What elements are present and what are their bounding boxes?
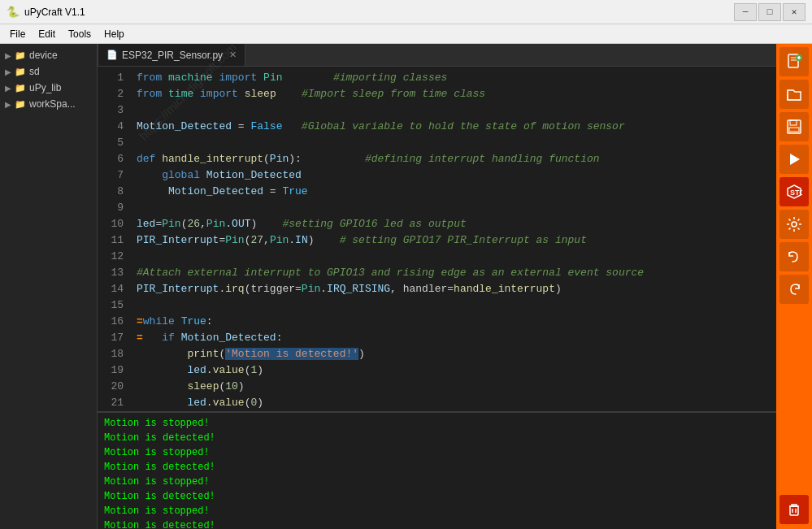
- terminal-line: Motion is detected!: [104, 431, 770, 445]
- editor-area: https://microdigisoft.com 📄 ESP32_PIR_Se…: [98, 44, 776, 529]
- arrow-icon: ▶: [5, 100, 11, 109]
- right-toolbar: STOP: [776, 44, 812, 529]
- svg-marker-9: [790, 154, 800, 165]
- terminal-line: Motion is stopped!: [104, 504, 770, 518]
- sidebar-item-label: sd: [29, 66, 40, 77]
- menu-file[interactable]: File: [3, 27, 32, 41]
- sidebar-item-sd[interactable]: ▶ 📁 sd: [0, 63, 97, 80]
- svg-text:STOP: STOP: [790, 189, 802, 197]
- open-file-button[interactable]: [779, 80, 809, 109]
- arrow-icon: ▶: [5, 51, 11, 60]
- title-bar: 🐍 uPyCraft V1.1 ─ □ ✕: [0, 0, 812, 24]
- menu-help[interactable]: Help: [98, 27, 131, 41]
- menu-edit[interactable]: Edit: [32, 27, 62, 41]
- save-file-button[interactable]: [779, 112, 809, 141]
- folder-icon: 📁: [15, 99, 26, 110]
- terminal-line: Motion is stopped!: [104, 475, 770, 489]
- code-editor[interactable]: 1 2 3 4 5 6 7 8 9 10 11 12 13 14 15 16 1: [98, 67, 776, 411]
- code-content[interactable]: from machine import Pin #importing class…: [130, 67, 776, 411]
- sidebar-item-device[interactable]: ▶ 📁 device: [0, 47, 97, 63]
- maximize-button[interactable]: □: [758, 3, 781, 21]
- clear-terminal-button[interactable]: [779, 495, 809, 524]
- svg-point-12: [792, 222, 797, 227]
- menu-tools[interactable]: Tools: [62, 27, 98, 41]
- arrow-icon: ▶: [5, 67, 11, 76]
- redo-button[interactable]: [779, 275, 809, 304]
- terminal-line: Motion is detected!: [104, 489, 770, 504]
- sidebar-item-upy-lib[interactable]: ▶ 📁 uPy_lib: [0, 80, 97, 96]
- svg-rect-8: [789, 128, 799, 132]
- folder-icon: 📁: [15, 67, 26, 77]
- menu-bar: File Edit Tools Help: [0, 24, 812, 44]
- folder-icon: 📁: [15, 50, 26, 61]
- terminal-line: Motion is stopped!: [104, 445, 770, 460]
- window-controls: ─ □ ✕: [734, 3, 805, 21]
- sidebar-item-workspace[interactable]: ▶ 📁 workSpa...: [0, 96, 97, 112]
- tab-bar: 📄 ESP32_PIR_Sensor.py ✕: [98, 44, 776, 67]
- line-numbers: 1 2 3 4 5 6 7 8 9 10 11 12 13 14 15 16 1: [98, 67, 130, 411]
- terminal-line: Motion is detected!: [104, 460, 770, 475]
- svg-rect-13: [790, 506, 798, 515]
- terminal-output: Motion is stopped!Motion is detected!Mot…: [98, 411, 776, 529]
- run-button[interactable]: [779, 145, 809, 174]
- stop-button[interactable]: STOP: [779, 177, 809, 206]
- main-layout: ▶ 📁 device ▶ 📁 sd ▶ 📁 uPy_lib ▶ 📁 workSp…: [0, 44, 812, 529]
- sidebar-item-label: uPy_lib: [29, 82, 61, 93]
- svg-rect-7: [790, 120, 797, 125]
- tools-button[interactable]: [779, 210, 809, 239]
- app-title: uPyCraft V1.1: [24, 7, 734, 18]
- terminal-line: Motion is stopped!: [104, 416, 770, 431]
- arrow-icon: ▶: [5, 84, 11, 93]
- tab-close-button[interactable]: ✕: [229, 50, 237, 60]
- tab-filename: ESP32_PIR_Sensor.py: [122, 50, 223, 61]
- sidebar-item-label: device: [29, 50, 58, 61]
- app-icon: 🐍: [7, 6, 20, 19]
- minimize-button[interactable]: ─: [734, 3, 757, 21]
- close-button[interactable]: ✕: [783, 3, 805, 21]
- folder-icon: 📁: [15, 83, 26, 93]
- new-file-button[interactable]: [779, 47, 809, 76]
- sidebar-item-label: workSpa...: [29, 98, 76, 110]
- editor-terminal: 1 2 3 4 5 6 7 8 9 10 11 12 13 14 15 16 1: [98, 67, 776, 529]
- terminal-line: Motion is detected!: [104, 518, 770, 529]
- file-icon: 📄: [106, 50, 118, 60]
- sidebar: ▶ 📁 device ▶ 📁 sd ▶ 📁 uPy_lib ▶ 📁 workSp…: [0, 44, 98, 529]
- file-tab[interactable]: 📄 ESP32_PIR_Sensor.py ✕: [98, 44, 245, 66]
- undo-button[interactable]: [779, 242, 809, 271]
